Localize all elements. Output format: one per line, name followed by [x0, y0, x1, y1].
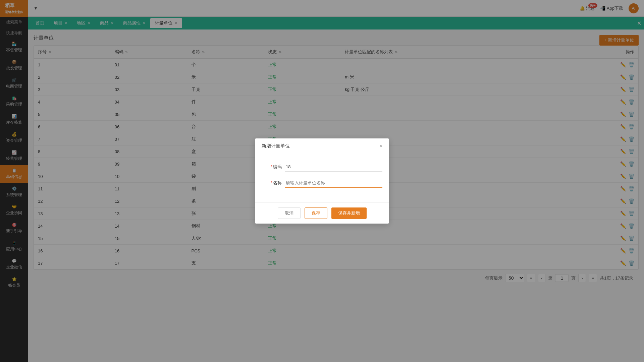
name-label: 名称	[262, 180, 282, 186]
modal-body: 编码 名称	[255, 154, 389, 202]
code-input[interactable]	[285, 162, 382, 172]
save-and-new-button[interactable]: 保存并新增	[331, 207, 367, 219]
modal-title: 新增计量单位	[262, 143, 290, 149]
name-input[interactable]	[285, 178, 382, 188]
code-form-row: 编码	[262, 162, 382, 172]
modal-footer: 取消 保存 保存并新增	[255, 202, 389, 224]
modal-close-button[interactable]: ×	[379, 143, 382, 149]
save-button[interactable]: 保存	[305, 207, 327, 219]
modal-header: 新增计量单位 ×	[255, 138, 389, 154]
code-label: 编码	[262, 164, 282, 170]
cancel-button[interactable]: 取消	[278, 207, 301, 219]
name-form-row: 名称	[262, 178, 382, 188]
add-unit-modal: 新增计量单位 × 编码 名称 取消 保存 保存并新增	[255, 138, 389, 224]
modal-overlay: 新增计量单位 × 编码 名称 取消 保存 保存并新增	[0, 0, 644, 362]
